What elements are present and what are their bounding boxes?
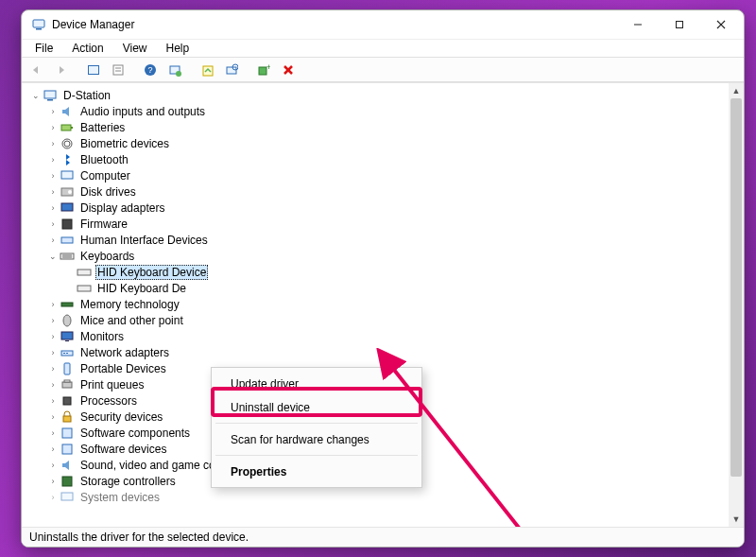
tree-category-keyboards[interactable]: Keyboards <box>29 248 744 264</box>
tree-label: Bluetooth <box>78 153 130 166</box>
tree-category[interactable]: Batteries <box>29 119 744 135</box>
tree-category[interactable]: Memory technology <box>29 296 744 312</box>
expand-icon[interactable] <box>46 364 60 374</box>
action-button[interactable] <box>163 60 186 80</box>
expand-icon[interactable] <box>46 396 60 406</box>
menu-file[interactable]: File <box>27 41 60 56</box>
tree-device-selected[interactable]: HID Keyboard Device <box>29 264 744 280</box>
tree-category[interactable]: Bluetooth <box>29 151 744 167</box>
ctx-separator <box>215 455 418 456</box>
svg-rect-47 <box>63 397 71 405</box>
tree-category[interactable]: Computer <box>29 167 744 183</box>
tree-label: Audio inputs and outputs <box>78 105 207 118</box>
expand-icon[interactable] <box>46 380 60 390</box>
expand-icon[interactable] <box>29 91 43 100</box>
tree-category[interactable]: Mice and other point <box>29 312 744 328</box>
menu-action[interactable]: Action <box>64 41 111 56</box>
properties-button[interactable] <box>107 60 129 80</box>
keyboard-icon <box>60 249 75 264</box>
svg-text:?: ? <box>147 65 152 75</box>
expand-icon[interactable] <box>46 348 60 357</box>
system-icon <box>60 490 75 505</box>
expand-icon[interactable] <box>46 428 60 438</box>
tree-category[interactable]: Human Interface Devices <box>29 232 744 248</box>
app-icon <box>31 17 46 32</box>
ctx-scan-hardware[interactable]: Scan for hardware changes <box>214 427 420 451</box>
tree-category[interactable]: Firmware <box>29 216 744 232</box>
svg-rect-3 <box>677 22 683 28</box>
tree-root[interactable]: D-Station <box>29 87 744 103</box>
svg-rect-6 <box>113 65 123 75</box>
minimize-button[interactable] <box>617 10 659 39</box>
tree-label: Network adapters <box>78 346 171 359</box>
tree-category[interactable]: Biometric devices <box>29 135 744 151</box>
expand-icon[interactable] <box>46 155 60 165</box>
expand-icon[interactable] <box>46 332 60 341</box>
expand-icon[interactable] <box>46 171 60 181</box>
expand-icon[interactable] <box>46 123 60 132</box>
svg-rect-43 <box>66 353 68 354</box>
tree-label: Software devices <box>78 443 168 456</box>
maximize-button[interactable] <box>659 10 700 39</box>
tree-label: System devices <box>78 491 162 504</box>
computer-icon <box>60 168 75 183</box>
statusbar-text: Uninstalls the driver for the selected d… <box>29 531 249 544</box>
tree-category[interactable]: Display adapters <box>29 200 744 216</box>
expand-icon[interactable] <box>46 444 60 454</box>
svg-text:+: + <box>266 63 270 72</box>
scroll-up-icon[interactable]: ▲ <box>729 83 744 98</box>
forward-button[interactable] <box>50 60 73 80</box>
scrollbar[interactable]: ▲ ▼ <box>729 83 744 527</box>
svg-rect-14 <box>227 67 236 74</box>
scroll-down-icon[interactable]: ▼ <box>729 512 744 527</box>
svg-rect-31 <box>61 237 73 243</box>
fingerprint-icon <box>60 136 75 151</box>
expand-icon[interactable] <box>46 300 60 309</box>
expand-icon[interactable] <box>46 493 60 502</box>
tree-category[interactable]: Disk drives <box>29 183 744 200</box>
svg-rect-52 <box>61 493 73 500</box>
help-button[interactable]: ? <box>139 60 162 80</box>
scan-hardware-button[interactable] <box>220 60 243 80</box>
ctx-uninstall-device[interactable]: Uninstall device <box>214 395 420 419</box>
tree-category[interactable]: System devices <box>29 489 744 505</box>
scroll-thumb[interactable] <box>730 98 742 477</box>
show-hide-console-button[interactable] <box>82 60 105 80</box>
software-icon <box>60 442 75 457</box>
expand-icon[interactable] <box>46 412 60 422</box>
svg-rect-49 <box>62 428 72 438</box>
expand-icon[interactable] <box>46 203 60 213</box>
expand-icon[interactable] <box>46 139 60 148</box>
expand-icon[interactable] <box>46 235 60 245</box>
expand-icon[interactable] <box>46 461 60 470</box>
tree-device[interactable]: HID Keyboard De <box>29 280 744 296</box>
mouse-icon <box>60 313 75 328</box>
expand-icon[interactable] <box>46 219 60 229</box>
expand-icon[interactable] <box>46 187 60 197</box>
ctx-update-driver[interactable]: Update driver <box>214 372 420 395</box>
ctx-properties[interactable]: Properties <box>214 460 420 483</box>
memory-icon <box>60 297 75 312</box>
firmware-icon <box>60 217 75 232</box>
disk-icon <box>60 184 75 200</box>
hid-icon <box>60 233 75 248</box>
svg-rect-44 <box>64 363 70 374</box>
menu-help[interactable]: Help <box>159 41 198 56</box>
expand-icon[interactable] <box>46 477 60 486</box>
tree-category[interactable]: Audio inputs and outputs <box>29 103 744 119</box>
expand-icon[interactable] <box>46 107 60 116</box>
svg-rect-42 <box>63 353 65 354</box>
update-driver-button[interactable] <box>196 60 218 80</box>
expand-icon[interactable] <box>46 252 60 261</box>
add-legacy-button[interactable]: + <box>252 60 275 80</box>
tree-category[interactable]: Network adapters <box>29 344 744 360</box>
close-button[interactable] <box>700 10 742 39</box>
tree-label: Biometric devices <box>78 137 171 150</box>
back-button[interactable] <box>26 60 48 80</box>
expand-icon[interactable] <box>46 316 60 325</box>
menu-view[interactable]: View <box>115 41 155 56</box>
battery-icon <box>60 120 75 135</box>
cpu-icon <box>60 393 75 409</box>
uninstall-button[interactable] <box>277 60 300 80</box>
tree-category[interactable]: Monitors <box>29 328 744 344</box>
